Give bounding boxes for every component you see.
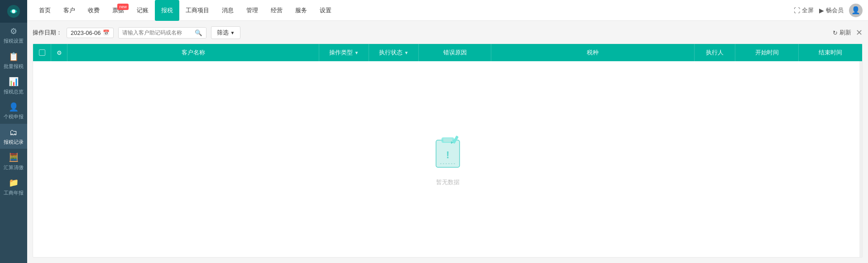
th-status: 执行状态 ▼ — [369, 44, 419, 61]
th-client: 客户名称 — [67, 44, 319, 61]
chevron-down-icon: ▼ — [230, 30, 235, 35]
empty-illustration: ! — [430, 132, 466, 173]
nav-invoice-badge: new — [117, 4, 129, 10]
personal-tax-icon: 👤 — [9, 102, 19, 112]
calculate-icon: 🧮 — [9, 152, 19, 163]
th-tax: 税种 — [491, 44, 695, 61]
th-executor: 执行人 — [695, 44, 735, 61]
th-endtime: 结束时间 — [799, 44, 862, 61]
tax-overview-icon: 📊 — [9, 77, 19, 87]
table-container: ⚙ 客户名称 操作类型 ▼ 执行状态 ▼ 错误原因 税种 — [33, 44, 863, 258]
sidebar-item-tax-record[interactable]: 🗂 报税记录 — [0, 124, 27, 149]
member-icon: ▶ — [819, 7, 824, 14]
batch-tax-icon: 📋 — [9, 52, 19, 62]
tax-record-icon: 🗂 — [10, 127, 18, 138]
refresh-icon: ↻ — [833, 29, 838, 36]
nav-client[interactable]: 客户 — [57, 0, 82, 21]
nav-service[interactable]: 服务 — [289, 0, 313, 21]
topnav: 首页 客户 收费 票据 new 记账 报税 工商项目 消息 管理 经营 服务 设… — [27, 0, 868, 21]
sidebar-item-batch-tax[interactable]: 📋 批量报税 — [0, 48, 27, 73]
th-check — [33, 44, 51, 61]
date-label: 操作日期： — [33, 29, 62, 37]
nav-management[interactable]: 管理 — [240, 0, 264, 21]
close-button[interactable]: ✕ — [856, 28, 863, 38]
fullscreen-icon: ⛶ — [794, 7, 800, 14]
table-body: ! 暂无数据 — [33, 61, 862, 257]
optype-sort-icon: ▼ — [354, 50, 359, 55]
th-gear[interactable]: ⚙ — [51, 44, 67, 61]
nav-message[interactable]: 消息 — [216, 0, 240, 21]
tax-settings-icon: ⚙ — [10, 26, 17, 37]
table-header: ⚙ 客户名称 操作类型 ▼ 执行状态 ▼ 错误原因 税种 — [33, 44, 862, 61]
date-value: 2023-06-06 — [71, 29, 101, 36]
refresh-button[interactable]: ↻ 刷新 — [833, 29, 851, 37]
search-icon: 🔍 — [195, 29, 202, 36]
topnav-items: 首页 客户 收费 票据 new 记账 报税 工商项目 消息 管理 经营 服务 设… — [33, 0, 794, 21]
empty-text: 暂无数据 — [436, 178, 460, 186]
nav-billing[interactable]: 收费 — [82, 0, 106, 21]
th-optype: 操作类型 ▼ — [319, 44, 369, 61]
sidebar-item-calculate[interactable]: 🧮 汇算清缴 — [0, 149, 27, 174]
search-box: 🔍 — [118, 27, 206, 39]
avatar-icon: 👤 — [851, 6, 860, 15]
fullscreen-button[interactable]: ⛶ 全屏 — [794, 6, 814, 15]
content: 操作日期： 2023-06-06 📅 🔍 筛选 ▼ ↻ 刷新 ✕ — [27, 21, 868, 263]
main-area: 首页 客户 收费 票据 new 记账 报税 工商项目 消息 管理 经营 服务 设… — [27, 0, 868, 263]
scrollbar-track[interactable] — [859, 61, 862, 257]
th-starttime: 开始时间 — [735, 44, 799, 61]
sidebar-item-tax-settings[interactable]: ⚙ 报税设置 — [0, 23, 27, 48]
date-picker[interactable]: 2023-06-06 📅 — [67, 28, 114, 38]
nav-operation[interactable]: 经营 — [264, 0, 289, 21]
select-all-checkbox[interactable] — [39, 49, 45, 56]
member-button[interactable]: ▶ 畅会员 — [819, 6, 844, 15]
annual-report-icon: 📁 — [9, 178, 19, 188]
sidebar-item-personal-tax[interactable]: 👤 个税申报 — [0, 98, 27, 124]
nav-home[interactable]: 首页 — [33, 0, 57, 21]
th-reason: 错误原因 — [419, 44, 491, 61]
nav-business[interactable]: 工商项目 — [179, 0, 216, 21]
filter-button[interactable]: 筛选 ▼ — [211, 26, 241, 39]
nav-settings[interactable]: 设置 — [313, 0, 338, 21]
topnav-right: ⛶ 全屏 ▶ 畅会员 👤 — [794, 4, 863, 17]
empty-state: ! 暂无数据 — [430, 132, 466, 186]
nav-account[interactable]: 记账 — [130, 0, 155, 21]
sidebar-item-tax-overview[interactable]: 📊 报税总览 — [0, 73, 27, 98]
gear-icon: ⚙ — [57, 49, 62, 56]
nav-invoice[interactable]: 票据 new — [106, 0, 130, 21]
sidebar-logo — [0, 0, 27, 23]
svg-text:!: ! — [446, 149, 449, 161]
sidebar: ⚙ 报税设置 📋 批量报税 📊 报税总览 👤 个税申报 🗂 报税记录 🧮 汇算清… — [0, 0, 27, 263]
avatar[interactable]: 👤 — [849, 4, 863, 17]
toolbar: 操作日期： 2023-06-06 📅 🔍 筛选 ▼ ↻ 刷新 ✕ — [33, 26, 863, 39]
nav-tax[interactable]: 报税 — [155, 0, 179, 21]
calendar-icon: 📅 — [103, 29, 110, 36]
filter-label: 筛选 — [217, 29, 229, 37]
status-sort-icon: ▼ — [404, 50, 408, 55]
svg-point-1 — [12, 10, 15, 13]
search-button[interactable]: 🔍 — [191, 28, 206, 38]
sidebar-item-annual-report[interactable]: 📁 工商年报 — [0, 174, 27, 200]
search-input[interactable] — [119, 28, 191, 38]
